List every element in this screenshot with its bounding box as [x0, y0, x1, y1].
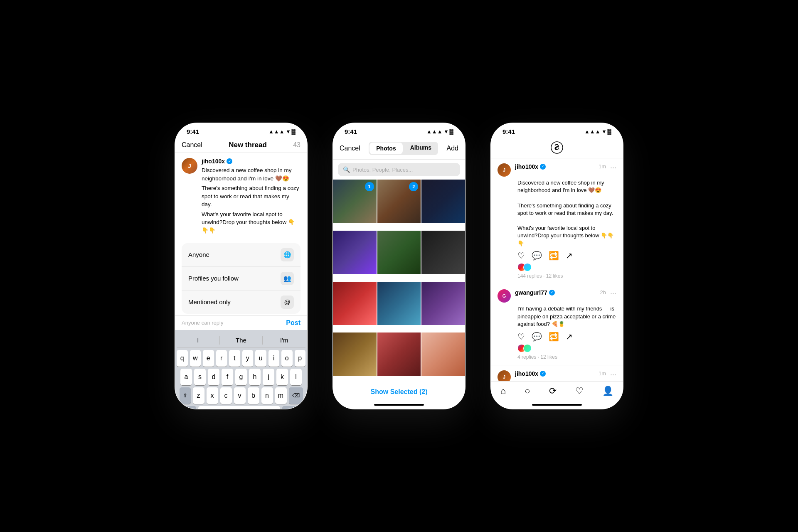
key-space[interactable]: space — [198, 406, 280, 410]
key-f[interactable]: f — [222, 369, 233, 385]
feed-scroll[interactable]: J jiho100x ✓ 1m ··· Discovered a new cof… — [491, 158, 623, 381]
key-z[interactable]: z — [193, 387, 204, 404]
select-badge-1: 1 — [365, 182, 374, 191]
key-shift[interactable]: ⇧ — [180, 387, 191, 404]
key-y[interactable]: y — [242, 350, 254, 367]
photo-footer: Show Selected (2) — [333, 383, 465, 401]
key-p[interactable]: p — [295, 350, 306, 367]
photo-cell-9[interactable] — [421, 282, 465, 325]
tab-photos[interactable]: Photos — [369, 143, 402, 154]
key-e[interactable]: e — [203, 350, 214, 367]
nav-compose[interactable]: ⟳ — [549, 386, 557, 397]
cancel-button[interactable]: Cancel — [182, 141, 202, 149]
comment-icon-1[interactable]: 💬 — [532, 251, 542, 261]
key-abc[interactable]: ABC — [178, 406, 196, 410]
nav-profile[interactable]: 👤 — [602, 386, 613, 397]
status-bar-3: 9:41 ▲▲▲ ▾ ▓ — [491, 123, 623, 138]
key-x[interactable]: x — [207, 387, 218, 404]
share-icon-1[interactable]: ↗ — [566, 251, 573, 261]
post-more-3[interactable]: ··· — [610, 370, 616, 379]
suggestion-im[interactable]: I'm — [263, 336, 305, 345]
photo-cell-1[interactable]: 1 — [333, 180, 377, 223]
photo-add-button[interactable]: Add — [447, 145, 458, 152]
post-user-info-3: jiho100x ✓ — [515, 370, 594, 377]
status-bar-2: 9:41 ▲▲▲ ▾ ▓ — [333, 123, 465, 138]
key-d[interactable]: d — [208, 369, 219, 385]
post-more-1[interactable]: ··· — [610, 163, 616, 172]
post-time-3: 1m — [598, 370, 606, 377]
nav-likes[interactable]: ♡ — [575, 386, 584, 397]
avatar-1: J — [182, 158, 197, 174]
key-j[interactable]: j — [263, 369, 274, 385]
key-k[interactable]: k — [276, 369, 288, 385]
post-more-2[interactable]: ··· — [610, 289, 616, 298]
reply-option-anyone[interactable]: Anyone 🌐 — [182, 243, 300, 267]
photo-tabs: Photos Albums — [369, 142, 438, 155]
status-bar-1: 9:41 ▲▲▲ ▾ ▓ — [175, 123, 307, 138]
key-h[interactable]: h — [249, 369, 261, 385]
thread-footer: Anyone can reply Post — [175, 315, 307, 330]
nav-home[interactable]: ⌂ — [500, 386, 506, 397]
key-o[interactable]: o — [281, 350, 293, 367]
battery-icon-2: ▓ — [450, 128, 453, 135]
post-text-feed-2: I'm having a debate with my friends — is… — [517, 305, 616, 329]
photo-cell-12[interactable] — [421, 332, 465, 376]
time-2: 9:41 — [345, 128, 357, 135]
post-username-2: gwangurl77 ✓ — [515, 289, 596, 296]
key-i[interactable]: i — [268, 350, 280, 367]
like-icon-2[interactable]: ♡ — [517, 332, 525, 342]
key-v[interactable]: v — [234, 387, 246, 404]
key-return[interactable]: return — [282, 406, 304, 410]
nav-search[interactable]: ○ — [525, 386, 530, 397]
photo-cell-11[interactable] — [377, 332, 421, 376]
key-t[interactable]: t — [229, 350, 240, 367]
post-button[interactable]: Post — [286, 319, 300, 327]
post-stats-1: 144 replies · 12 likes — [517, 273, 616, 279]
post-user-info-2: gwangurl77 ✓ — [515, 289, 596, 296]
suggestion-i[interactable]: I — [177, 336, 220, 345]
reply-option-following[interactable]: Profiles you follow 👥 — [182, 267, 300, 291]
key-a[interactable]: a — [180, 369, 192, 385]
photo-cell-10[interactable] — [333, 332, 377, 376]
photo-cell-3[interactable] — [421, 180, 465, 223]
key-m[interactable]: m — [275, 387, 287, 404]
key-l[interactable]: l — [290, 369, 302, 385]
post-user-info-1: jiho100x ✓ — [515, 163, 594, 170]
photo-cell-8[interactable] — [377, 282, 421, 325]
thread-username: jiho100x ✓ — [202, 158, 300, 165]
battery-icon-3: ▓ — [608, 128, 611, 135]
photo-search-bar[interactable]: 🔍 Photos, People, Places... — [338, 163, 460, 176]
status-icons-2: ▲▲▲ ▾ ▓ — [426, 128, 453, 135]
photo-cancel-button[interactable]: Cancel — [340, 145, 360, 152]
photo-cell-7[interactable] — [333, 282, 377, 325]
photo-cell-5[interactable] — [377, 231, 421, 274]
verified-badge: ✓ — [227, 158, 232, 164]
status-icons-1: ▲▲▲ ▾ ▓ — [268, 128, 296, 135]
show-selected-button[interactable]: Show Selected (2) — [371, 388, 428, 395]
key-r[interactable]: r — [216, 350, 227, 367]
key-u[interactable]: u — [255, 350, 266, 367]
photo-cell-2[interactable]: 2 — [377, 180, 421, 223]
tab-albums[interactable]: Albums — [404, 142, 438, 155]
key-backspace[interactable]: ⌫ — [289, 387, 303, 404]
key-b[interactable]: b — [248, 387, 259, 404]
key-s[interactable]: s — [194, 369, 206, 385]
photo-cell-4[interactable] — [333, 231, 377, 274]
photo-cell-6[interactable] — [421, 231, 465, 274]
comment-icon-2[interactable]: 💬 — [532, 332, 542, 342]
verified-2: ✓ — [549, 290, 555, 296]
key-n[interactable]: n — [261, 387, 273, 404]
key-g[interactable]: g — [235, 369, 247, 385]
like-icon-1[interactable]: ♡ — [517, 251, 525, 261]
share-icon-2[interactable]: ↗ — [566, 332, 573, 342]
repost-icon-2[interactable]: 🔁 — [549, 332, 559, 342]
photo-header: Cancel Photos Albums Add — [333, 138, 465, 160]
reply-option-mentioned[interactable]: Mentioned only @ — [182, 291, 300, 314]
key-c[interactable]: c — [220, 387, 232, 404]
key-w[interactable]: w — [190, 350, 201, 367]
key-q[interactable]: q — [177, 350, 188, 367]
suggestion-the[interactable]: The — [220, 336, 263, 345]
feed-post-2: G gwangurl77 ✓ 2h ··· I'm having a debat… — [491, 284, 623, 366]
reply-avatars-2 — [517, 344, 616, 352]
repost-icon-1[interactable]: 🔁 — [549, 251, 559, 261]
